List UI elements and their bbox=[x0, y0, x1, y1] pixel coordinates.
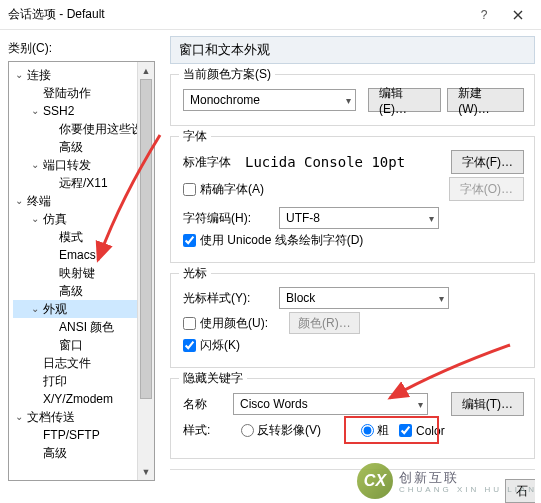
kw-bold-radio[interactable]: 粗 bbox=[353, 422, 389, 439]
category-label: 类别(C): bbox=[8, 40, 155, 57]
close-button[interactable] bbox=[503, 4, 533, 26]
watermark-subtext: CHUANG XIN HU LIAN bbox=[399, 485, 537, 494]
tree-item[interactable]: 远程/X11 bbox=[13, 174, 152, 192]
main-area: 类别(C): ⌄连接登陆动作⌄SSH2你要使用这些设高级⌄端口转发远程/X11⌄… bbox=[0, 30, 541, 503]
exact-font-checkbox[interactable]: 精确字体(A) bbox=[183, 181, 264, 198]
tree-item-label: 登陆动作 bbox=[41, 84, 93, 102]
tree-item[interactable]: ANSI 颜色 bbox=[13, 318, 152, 336]
tree-item[interactable]: 你要使用这些设 bbox=[13, 120, 152, 138]
tree-item[interactable]: 映射键 bbox=[13, 264, 152, 282]
tree-item-label: FTP/SFTP bbox=[41, 426, 102, 444]
cursor-color-button: 颜色(R)… bbox=[289, 312, 360, 334]
kw-name-value: Cisco Words bbox=[240, 397, 308, 411]
tree-item-label: 外观 bbox=[41, 300, 69, 318]
color-scheme-value: Monochrome bbox=[190, 93, 260, 107]
collapse-icon[interactable]: ⌄ bbox=[13, 192, 25, 210]
group-cursor: 光标 光标样式(Y): Block ▾ 使用颜色(U): 颜色(R)… 闪烁(K… bbox=[170, 273, 535, 368]
watermark-logo: CX bbox=[357, 463, 393, 499]
collapse-icon[interactable]: ⌄ bbox=[29, 102, 41, 120]
kw-invert-radio[interactable]: 反转影像(V) bbox=[233, 422, 321, 439]
tree-item-label: 高级 bbox=[41, 444, 69, 462]
unicode-lines-checkbox[interactable]: 使用 Unicode 线条绘制字符(D) bbox=[183, 232, 363, 249]
tree-item[interactable]: 登陆动作 bbox=[13, 84, 152, 102]
tree-item[interactable]: ⌄外观 bbox=[13, 300, 152, 318]
kw-edit-button[interactable]: 编辑(T)… bbox=[451, 392, 524, 416]
tree-item[interactable]: 高级 bbox=[13, 138, 152, 156]
tree-item[interactable]: ⌄SSH2 bbox=[13, 102, 152, 120]
tree-item-label: 窗口 bbox=[57, 336, 85, 354]
tree-item-label: SSH2 bbox=[41, 102, 76, 120]
std-font-button[interactable]: 字体(F)… bbox=[451, 150, 524, 174]
tree-item-label: X/Y/Zmodem bbox=[41, 390, 115, 408]
group-color-scheme: 当前颜色方案(S) Monochrome ▾ 编辑(E)… 新建(W)… bbox=[170, 74, 535, 126]
scroll-up-button[interactable]: ▲ bbox=[138, 62, 154, 79]
unicode-lines-label: 使用 Unicode 线条绘制字符(D) bbox=[200, 232, 363, 249]
window-controls: ? bbox=[469, 4, 533, 26]
kw-bold-label: 粗 bbox=[377, 422, 389, 439]
tree-item-label: 日志文件 bbox=[41, 354, 93, 372]
encoding-combo[interactable]: UTF-8 ▾ bbox=[279, 207, 439, 229]
collapse-icon[interactable]: ⌄ bbox=[29, 156, 41, 174]
cursor-blink-label: 闪烁(K) bbox=[200, 337, 240, 354]
kw-name-combo[interactable]: Cisco Words ▾ bbox=[233, 393, 428, 415]
scheme-edit-button[interactable]: 编辑(E)… bbox=[368, 88, 441, 112]
settings-panel: 窗口和文本外观 当前颜色方案(S) Monochrome ▾ 编辑(E)… 新建… bbox=[160, 30, 541, 503]
scroll-thumb[interactable] bbox=[140, 79, 152, 399]
watermark: CX 创新互联 CHUANG XIN HU LIAN bbox=[357, 463, 537, 499]
tree-item[interactable]: ⌄仿真 bbox=[13, 210, 152, 228]
cursor-style-value: Block bbox=[286, 291, 315, 305]
tree-item[interactable]: ⌄终端 bbox=[13, 192, 152, 210]
tree-item[interactable]: 高级 bbox=[13, 282, 152, 300]
color-scheme-combo[interactable]: Monochrome ▾ bbox=[183, 89, 356, 111]
tree-item[interactable]: 窗口 bbox=[13, 336, 152, 354]
cursor-use-color-checkbox[interactable]: 使用颜色(U): bbox=[183, 315, 283, 332]
encoding-label: 字符编码(H): bbox=[183, 210, 273, 227]
tree-item-label: 终端 bbox=[25, 192, 53, 210]
cursor-style-combo[interactable]: Block ▾ bbox=[279, 287, 449, 309]
cursor-use-color-label: 使用颜色(U): bbox=[200, 315, 268, 332]
group-color-scheme-legend: 当前颜色方案(S) bbox=[179, 66, 275, 83]
scheme-new-button[interactable]: 新建(W)… bbox=[447, 88, 524, 112]
group-font-legend: 字体 bbox=[179, 128, 211, 145]
collapse-icon[interactable]: ⌄ bbox=[29, 210, 41, 228]
collapse-icon[interactable]: ⌄ bbox=[29, 300, 41, 318]
std-font-label: 标准字体 bbox=[183, 154, 239, 171]
collapse-icon[interactable]: ⌄ bbox=[13, 408, 25, 426]
tree-item-label: 端口转发 bbox=[41, 156, 93, 174]
tree-item-label: 仿真 bbox=[41, 210, 69, 228]
scroll-down-button[interactable]: ▼ bbox=[138, 463, 154, 480]
tree-item[interactable]: 高级 bbox=[13, 444, 152, 462]
category-tree[interactable]: ⌄连接登陆动作⌄SSH2你要使用这些设高级⌄端口转发远程/X11⌄终端⌄仿真模式… bbox=[8, 61, 155, 481]
window-title: 会话选项 - Default bbox=[8, 6, 105, 23]
chevron-down-icon: ▾ bbox=[429, 213, 434, 224]
std-font-value: Lucida Console 10pt bbox=[245, 154, 445, 170]
tree-item[interactable]: ⌄文档传送 bbox=[13, 408, 152, 426]
tree-item[interactable]: FTP/SFTP bbox=[13, 426, 152, 444]
tree-item[interactable]: 日志文件 bbox=[13, 354, 152, 372]
tree-item[interactable]: ⌄连接 bbox=[13, 66, 152, 84]
encoding-value: UTF-8 bbox=[286, 211, 320, 225]
kw-color-checkbox[interactable]: Color bbox=[399, 424, 445, 438]
tree-item[interactable]: X/Y/Zmodem bbox=[13, 390, 152, 408]
group-font: 字体 标准字体 Lucida Console 10pt 字体(F)… 精确字体(… bbox=[170, 136, 535, 263]
tree-item[interactable]: 模式 bbox=[13, 228, 152, 246]
kw-style-label: 样式: bbox=[183, 422, 227, 439]
title-bar: 会话选项 - Default ? bbox=[0, 0, 541, 30]
tree-item[interactable]: Emacs bbox=[13, 246, 152, 264]
panel-heading: 窗口和文本外观 bbox=[170, 36, 535, 64]
help-button[interactable]: ? bbox=[469, 4, 499, 26]
tree-item[interactable]: 打印 bbox=[13, 372, 152, 390]
tree-item-label: 映射键 bbox=[57, 264, 97, 282]
cursor-blink-checkbox[interactable]: 闪烁(K) bbox=[183, 337, 240, 354]
tree-item-label: 高级 bbox=[57, 138, 85, 156]
cursor-style-label: 光标样式(Y): bbox=[183, 290, 273, 307]
tree-item-label: 远程/X11 bbox=[57, 174, 110, 192]
tree-scrollbar[interactable]: ▲ ▼ bbox=[137, 62, 154, 480]
kw-name-label: 名称 bbox=[183, 396, 227, 413]
tree-item[interactable]: ⌄端口转发 bbox=[13, 156, 152, 174]
tree-item-label: 高级 bbox=[57, 282, 85, 300]
group-keywords-legend: 隐藏关键字 bbox=[179, 370, 247, 387]
group-keywords: 隐藏关键字 名称 Cisco Words ▾ 编辑(T)… 样式: 反转影像(V… bbox=[170, 378, 535, 459]
tree-item-label: 模式 bbox=[57, 228, 85, 246]
collapse-icon[interactable]: ⌄ bbox=[13, 66, 25, 84]
